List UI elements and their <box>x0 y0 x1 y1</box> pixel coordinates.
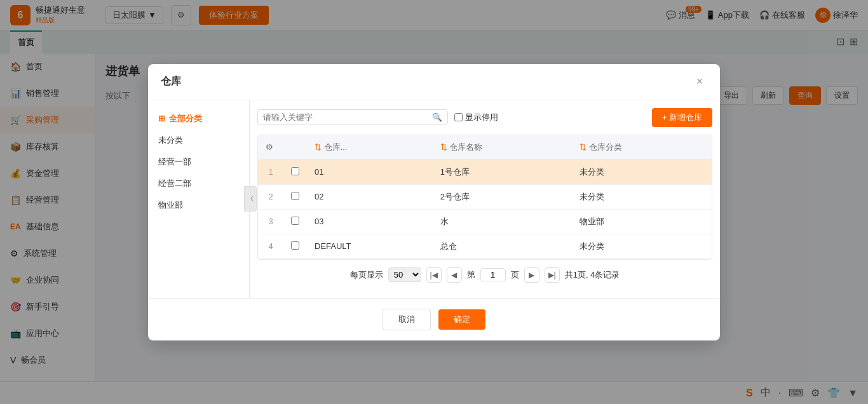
show-disabled-checkbox-group: 显示停用 <box>454 112 498 123</box>
cancel-button[interactable]: 取消 <box>383 309 431 330</box>
per-page-select[interactable]: 50 100 <box>388 267 421 282</box>
col-checkbox <box>283 135 307 160</box>
table-panel: 🔍 显示停用 + 新增仓库 ⚙ <box>250 100 720 298</box>
sort-icon2: ⇅ <box>440 142 447 152</box>
show-disabled-checkbox[interactable] <box>454 113 463 121</box>
sort-icon3: ⇅ <box>580 142 587 152</box>
search-input[interactable] <box>263 112 432 122</box>
row-gear: 1 <box>258 159 283 184</box>
search-icon[interactable]: 🔍 <box>432 112 442 122</box>
row-code: 01 <box>307 159 433 184</box>
col-category[interactable]: ⇅ 仓库分类 <box>572 135 712 160</box>
modal-title: 仓库 <box>161 75 181 88</box>
row-code: 03 <box>307 209 433 234</box>
table-toolbar: 🔍 显示停用 + 新增仓库 <box>257 108 712 127</box>
col-code[interactable]: ⇅ 仓库... <box>307 135 433 160</box>
row-gear: 4 <box>258 234 283 259</box>
new-warehouse-button[interactable]: + 新增仓库 <box>652 108 712 127</box>
row-checkbox[interactable] <box>283 159 307 184</box>
row-checkbox[interactable] <box>283 209 307 234</box>
table-row[interactable]: 4 DEFAULT 总仓 未分类 <box>258 234 712 259</box>
first-page-button[interactable]: |◀ <box>426 267 442 283</box>
search-box: 🔍 <box>257 109 448 125</box>
show-disabled-label: 显示停用 <box>465 112 498 123</box>
category-all[interactable]: ⊞ 全部分类 <box>148 108 249 130</box>
last-page-button[interactable]: ▶| <box>545 267 560 283</box>
per-page-label: 每页显示 <box>350 269 383 281</box>
gear-col-icon: ⚙ <box>266 142 273 152</box>
page-label: 第 <box>467 269 475 281</box>
category-panel: ⊞ 全部分类 未分类 经营一部 经营二部 物业部 《 <box>148 100 250 298</box>
row-name: 水 <box>433 209 573 234</box>
col-name[interactable]: ⇅ 仓库名称 <box>433 135 573 160</box>
modal-header: 仓库 × <box>148 64 720 100</box>
confirm-button[interactable]: 确定 <box>438 309 485 330</box>
modal-close-button[interactable]: × <box>692 74 707 90</box>
data-table: ⚙ ⇅ 仓库... ⇅ 仓库名称 <box>257 135 712 260</box>
row-gear: 2 <box>258 184 283 209</box>
total-records: 共1页, 4条记录 <box>565 269 620 281</box>
warehouse-table: ⚙ ⇅ 仓库... ⇅ 仓库名称 <box>258 135 712 259</box>
row-checkbox[interactable] <box>283 184 307 209</box>
category-item-property[interactable]: 物业部 <box>148 194 249 216</box>
row-code: 02 <box>307 184 433 209</box>
category-item-ops2[interactable]: 经营二部 <box>148 173 249 194</box>
row-gear: 3 <box>258 209 283 234</box>
modal-body: ⊞ 全部分类 未分类 经营一部 经营二部 物业部 《 🔍 <box>148 100 720 298</box>
collapse-panel-button[interactable]: 《 <box>244 186 257 212</box>
category-item-ops1[interactable]: 经营一部 <box>148 151 249 173</box>
pagination: 每页显示 50 100 |◀ ◀ 第 页 ▶ ▶| 共1页, 4条记录 <box>257 260 712 290</box>
row-category: 未分类 <box>572 184 712 209</box>
row-category: 物业部 <box>572 209 712 234</box>
table-row[interactable]: 3 03 水 物业部 <box>258 209 712 234</box>
warehouse-modal: 仓库 × ⊞ 全部分类 未分类 经营一部 经营二部 物业部 《 <box>148 64 720 340</box>
page-input[interactable] <box>480 268 506 281</box>
sort-icon: ⇅ <box>315 142 322 152</box>
grid-icon: ⊞ <box>158 114 165 123</box>
row-category: 未分类 <box>572 159 712 184</box>
modal-overlay: 仓库 × ⊞ 全部分类 未分类 经营一部 经营二部 物业部 《 <box>0 0 868 404</box>
next-page-button[interactable]: ▶ <box>524 267 539 283</box>
category-item-uncategorized[interactable]: 未分类 <box>148 130 249 151</box>
table-row[interactable]: 2 02 2号仓库 未分类 <box>258 184 712 209</box>
row-name: 总仓 <box>433 234 573 259</box>
row-code: DEFAULT <box>307 234 433 259</box>
row-name: 1号仓库 <box>433 159 573 184</box>
col-gear: ⚙ <box>258 135 283 160</box>
table-header-row: ⚙ ⇅ 仓库... ⇅ 仓库名称 <box>258 135 712 160</box>
prev-page-button[interactable]: ◀ <box>447 267 462 283</box>
row-checkbox[interactable] <box>283 234 307 259</box>
modal-footer: 取消 确定 <box>148 298 720 340</box>
page-suffix: 页 <box>511 269 519 281</box>
table-row[interactable]: 1 01 1号仓库 未分类 <box>258 159 712 184</box>
row-name: 2号仓库 <box>433 184 573 209</box>
row-category: 未分类 <box>572 234 712 259</box>
